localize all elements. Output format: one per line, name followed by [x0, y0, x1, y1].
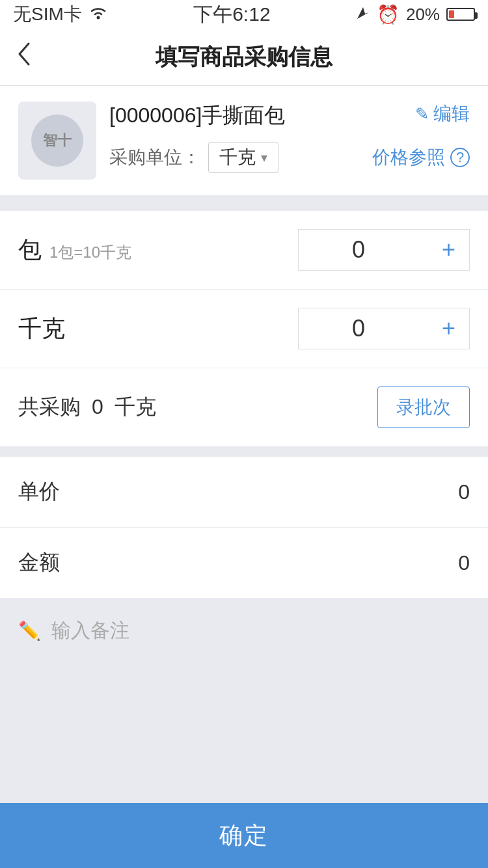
battery-indicator — [446, 8, 475, 21]
kg-label: 千克 — [18, 313, 65, 345]
bao-section: 包 1包=10千克 + — [0, 211, 488, 290]
plus-icon-kg: + — [442, 315, 455, 342]
unit-prefix: 采购单位： — [109, 145, 200, 170]
total-row: 共采购 0 千克 录批次 — [0, 368, 488, 446]
bao-label-sub: 1包=10千克 — [49, 242, 131, 263]
note-section[interactable]: ✏️ 输入备注 — [0, 598, 488, 663]
location-icon — [356, 4, 370, 25]
product-info: [0000006]手撕面包 ✎ 编辑 采购单位： 千克 ▾ 价格参照 ? — [109, 102, 470, 173]
unit-value: 千克 — [219, 145, 256, 170]
amount-value: 0 — [458, 551, 470, 575]
signal-text: 无SIM卡 — [13, 2, 82, 27]
bao-plus-button[interactable]: + — [428, 229, 470, 271]
unit-price-row: 单价 0 — [0, 457, 488, 528]
kg-row: 千克 + — [0, 290, 488, 368]
svg-marker-1 — [357, 7, 369, 19]
page-title: 填写商品采购信息 — [156, 42, 332, 72]
unit-label: 采购单位： 千克 ▾ — [109, 142, 278, 173]
product-logo: 智十 — [31, 115, 83, 167]
product-name-row: [0000006]手撕面包 ✎ 编辑 — [109, 102, 470, 130]
batch-button[interactable]: 录批次 — [377, 387, 470, 428]
bao-label: 包 1包=10千克 — [18, 234, 131, 266]
confirm-button[interactable]: 确定 — [0, 803, 488, 868]
pencil-icon: ✏️ — [18, 620, 41, 642]
unit-select[interactable]: 千克 ▾ — [208, 142, 278, 173]
edit-label: 编辑 — [433, 102, 470, 126]
bao-label-main: 包 — [18, 234, 42, 266]
section-divider-2 — [0, 446, 488, 457]
bao-row: 包 1包=10千克 + — [0, 211, 488, 290]
unit-price-label: 单价 — [18, 478, 60, 506]
total-text: 共采购 0 千克 — [18, 393, 156, 422]
status-bar: 无SIM卡 下午6:12 ⏰ 20% — [0, 0, 488, 29]
amount-label: 金额 — [18, 549, 60, 577]
price-section: 单价 0 金额 0 — [0, 457, 488, 598]
total-unit: 千克 — [115, 395, 156, 418]
battery-percent: 20% — [406, 5, 440, 25]
bao-input-group: + — [298, 229, 470, 271]
product-card: 智十 [0000006]手撕面包 ✎ 编辑 采购单位： 千克 ▾ — [0, 86, 488, 200]
nav-bar: 填写商品采购信息 — [0, 29, 488, 86]
price-reference-button[interactable]: 价格参照 ? — [372, 145, 470, 170]
unit-price-value: 0 — [458, 480, 470, 504]
status-left: 无SIM卡 — [13, 2, 108, 27]
kg-section: 千克 + — [0, 290, 488, 368]
time-display: 下午6:12 — [193, 1, 270, 28]
kg-input[interactable] — [298, 308, 428, 349]
kg-input-group: + — [298, 308, 470, 349]
edit-icon: ✎ — [415, 104, 429, 124]
plus-icon: + — [442, 236, 455, 264]
product-name: [0000006]手撕面包 — [109, 102, 285, 130]
section-divider-1 — [0, 200, 488, 211]
note-placeholder: 输入备注 — [51, 617, 129, 644]
bao-input[interactable] — [298, 229, 428, 271]
chevron-down-icon: ▾ — [261, 150, 267, 165]
total-amount: 0 — [92, 395, 103, 418]
back-button[interactable] — [16, 41, 31, 73]
total-prefix: 共采购 — [18, 395, 81, 418]
price-ref-label: 价格参照 — [372, 145, 445, 170]
status-right: ⏰ 20% — [356, 4, 475, 25]
edit-button[interactable]: ✎ 编辑 — [415, 102, 470, 126]
kg-label-main: 千克 — [18, 313, 65, 345]
amount-row: 金额 0 — [0, 528, 488, 598]
help-icon: ? — [450, 148, 470, 167]
alarm-icon: ⏰ — [377, 4, 400, 25]
wifi-icon — [88, 4, 108, 25]
product-unit-row: 采购单位： 千克 ▾ 价格参照 ? — [109, 142, 470, 173]
svg-point-0 — [96, 16, 100, 20]
product-image: 智十 — [18, 102, 96, 180]
kg-plus-button[interactable]: + — [428, 308, 470, 349]
